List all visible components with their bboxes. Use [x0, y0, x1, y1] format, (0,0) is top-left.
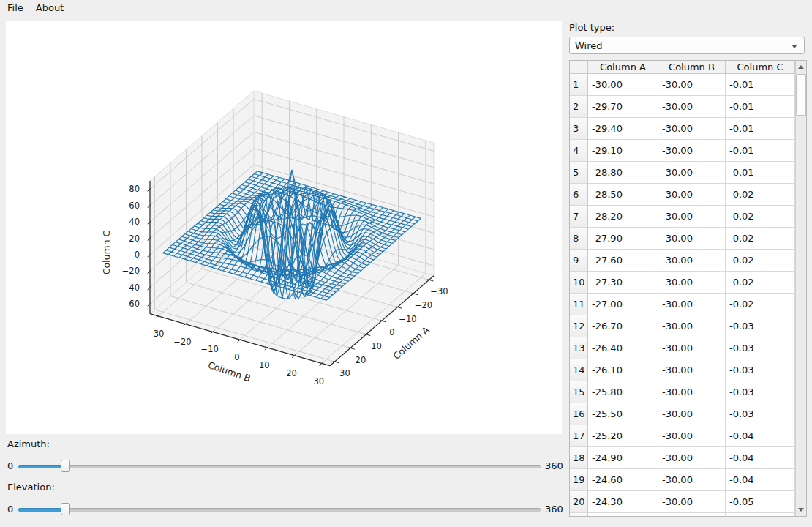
row-number-cell[interactable]: 1: [570, 74, 588, 96]
table-cell[interactable]: -28.20: [588, 206, 658, 228]
table-cell[interactable]: -0.03: [726, 381, 795, 403]
table-cell[interactable]: -30.00: [658, 184, 726, 206]
table-cell[interactable]: -29.10: [588, 140, 658, 162]
slider-handle[interactable]: [61, 503, 70, 515]
row-number-cell[interactable]: 11: [570, 294, 588, 315]
table-cell[interactable]: -30.00: [658, 140, 726, 162]
scrollbar-thumb[interactable]: [796, 74, 806, 116]
table-cell[interactable]: -0.03: [726, 315, 795, 337]
row-number-cell[interactable]: 19: [570, 469, 588, 491]
row-number-cell[interactable]: 18: [570, 447, 588, 469]
table-cell[interactable]: -30.00: [658, 272, 726, 294]
plot-type-select[interactable]: Wired: [569, 37, 805, 54]
table-cell[interactable]: -0.04: [726, 469, 795, 491]
table-cell[interactable]: -0.01: [726, 74, 795, 96]
elevation-slider[interactable]: 0 360: [0, 503, 567, 516]
row-number-cell[interactable]: 13: [570, 337, 588, 359]
table-cell[interactable]: -30.00: [658, 337, 726, 359]
table-cell[interactable]: -30.00: [658, 315, 726, 337]
column-header[interactable]: Column A: [588, 61, 658, 74]
row-number-cell[interactable]: 17: [570, 425, 588, 447]
row-number-cell[interactable]: 12: [570, 315, 588, 337]
table-cell[interactable]: -24.60: [588, 469, 658, 491]
table-cell[interactable]: [658, 513, 726, 516]
scroll-up-button[interactable]: [796, 61, 806, 73]
table-cell[interactable]: -30.00: [658, 403, 726, 425]
table-cell[interactable]: -30.00: [658, 425, 726, 447]
table-cell[interactable]: -0.04: [726, 447, 795, 469]
table-cell[interactable]: -30.00: [658, 294, 726, 315]
table-cell[interactable]: -29.70: [588, 96, 658, 118]
table-cell[interactable]: -0.02: [726, 294, 795, 315]
table-cell[interactable]: -30.00: [658, 162, 726, 184]
slider-track[interactable]: [18, 465, 541, 468]
table-cell[interactable]: -24.30: [588, 491, 658, 513]
table-cell[interactable]: -30.00: [658, 491, 726, 513]
table-cell[interactable]: -25.80: [588, 381, 658, 403]
table-cell[interactable]: -0.03: [726, 359, 795, 381]
table-cell[interactable]: -30.00: [588, 74, 658, 96]
table-cell[interactable]: [726, 513, 795, 516]
menu-item-file[interactable]: File: [7, 2, 29, 13]
row-number-cell[interactable]: 2: [570, 96, 588, 118]
table-cell[interactable]: -27.00: [588, 294, 658, 315]
scroll-down-button[interactable]: [796, 504, 806, 516]
table-cell[interactable]: -30.00: [658, 206, 726, 228]
row-number-cell[interactable]: 4: [570, 140, 588, 162]
menu-item-about[interactable]: About: [36, 2, 69, 13]
table-cell[interactable]: -27.60: [588, 250, 658, 272]
row-number-cell[interactable]: 9: [570, 250, 588, 272]
table-cell[interactable]: -26.10: [588, 359, 658, 381]
table-cell[interactable]: -26.70: [588, 315, 658, 337]
column-header[interactable]: Column C: [726, 61, 795, 74]
table-cell[interactable]: -30.00: [658, 469, 726, 491]
table-cell[interactable]: -24.90: [588, 447, 658, 469]
table-cell[interactable]: -29.40: [588, 118, 658, 140]
table-cell[interactable]: -0.01: [726, 162, 795, 184]
row-number-cell[interactable]: 10: [570, 272, 588, 294]
table-cell[interactable]: -0.02: [726, 184, 795, 206]
corner-header[interactable]: [570, 61, 588, 74]
table-cell[interactable]: -0.02: [726, 272, 795, 294]
table-cell[interactable]: -30.00: [658, 74, 726, 96]
table-cell[interactable]: [588, 513, 658, 516]
table-cell[interactable]: -0.04: [726, 425, 795, 447]
table-cell[interactable]: -28.50: [588, 184, 658, 206]
table-cell[interactable]: -28.80: [588, 162, 658, 184]
row-number-cell[interactable]: 8: [570, 228, 588, 250]
table-cell[interactable]: -30.00: [658, 96, 726, 118]
row-number-cell[interactable]: 5: [570, 162, 588, 184]
table-cell[interactable]: -25.20: [588, 425, 658, 447]
row-number-cell[interactable]: 16: [570, 403, 588, 425]
table-cell[interactable]: -30.00: [658, 118, 726, 140]
table-cell[interactable]: -26.40: [588, 337, 658, 359]
table-cell[interactable]: -30.00: [658, 359, 726, 381]
table-cell[interactable]: -30.00: [658, 381, 726, 403]
table-cell[interactable]: -0.01: [726, 118, 795, 140]
azimuth-slider[interactable]: 0 360: [0, 460, 567, 473]
table-cell[interactable]: -0.03: [726, 403, 795, 425]
table-cell[interactable]: -27.30: [588, 272, 658, 294]
table-cell[interactable]: -0.02: [726, 250, 795, 272]
table-cell[interactable]: -0.02: [726, 228, 795, 250]
table-cell[interactable]: -27.90: [588, 228, 658, 250]
row-number-cell[interactable]: 6: [570, 184, 588, 206]
row-number-cell[interactable]: 7: [570, 206, 588, 228]
table-cell[interactable]: -30.00: [658, 447, 726, 469]
table-cell[interactable]: -30.00: [658, 228, 726, 250]
table-cell[interactable]: -0.02: [726, 206, 795, 228]
table-cell[interactable]: [570, 513, 588, 516]
column-header[interactable]: Column B: [658, 61, 726, 74]
table-cell[interactable]: -0.01: [726, 140, 795, 162]
row-number-cell[interactable]: 15: [570, 381, 588, 403]
row-number-cell[interactable]: 3: [570, 118, 588, 140]
vertical-scrollbar[interactable]: [795, 61, 806, 516]
row-number-cell[interactable]: 20: [570, 491, 588, 513]
table-cell[interactable]: -30.00: [658, 250, 726, 272]
table-cell[interactable]: -25.50: [588, 403, 658, 425]
table-cell[interactable]: -0.01: [726, 96, 795, 118]
slider-track[interactable]: [18, 508, 541, 512]
row-number-cell[interactable]: 14: [570, 359, 588, 381]
table-cell[interactable]: -0.05: [726, 491, 795, 513]
slider-handle[interactable]: [61, 460, 70, 472]
